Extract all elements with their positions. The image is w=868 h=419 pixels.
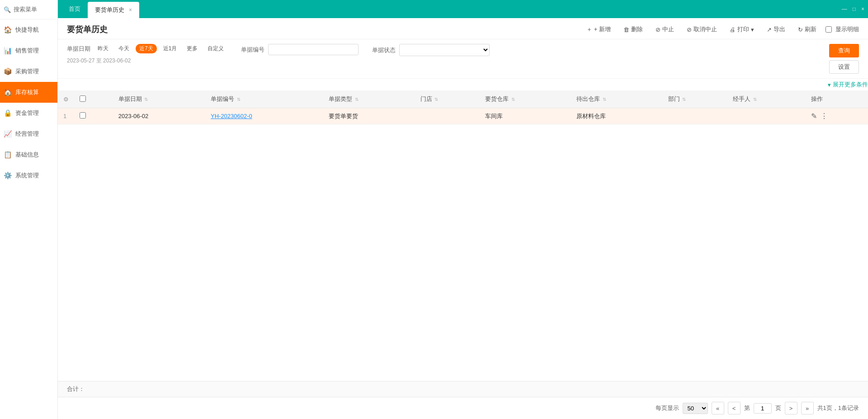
- tab-home[interactable]: 首页: [61, 0, 88, 18]
- tab-home-label: 首页: [69, 5, 80, 13]
- sidebar-item-operations[interactable]: 📈 经营管理: [0, 124, 57, 144]
- new-button[interactable]: ＋ + 新增: [583, 24, 614, 35]
- more-icon[interactable]: ⋮: [821, 112, 828, 120]
- operations-icon: 📈: [4, 130, 12, 138]
- delete-button[interactable]: 🗑 删除: [620, 24, 646, 35]
- last-page-button[interactable]: »: [801, 402, 814, 414]
- sidebar-search[interactable]: 🔍 搜索菜单: [0, 0, 57, 19]
- expand-button[interactable]: ▾ 展开更多条件: [828, 81, 868, 89]
- col-req-warehouse: 要货仓库 ⇅: [480, 90, 571, 108]
- page-input[interactable]: [754, 403, 772, 414]
- close-button[interactable]: ×: [861, 6, 864, 12]
- new-icon: ＋: [586, 25, 592, 33]
- col-settings[interactable]: ⚙: [58, 90, 74, 108]
- row-req-warehouse: 车间库: [480, 108, 571, 124]
- col-date: 单据日期 ⇅: [113, 90, 205, 108]
- inventory-icon: 🏠: [4, 88, 12, 96]
- col-store-label: 门店: [420, 95, 432, 102]
- doc-num-link[interactable]: YH-20230602-0: [211, 113, 252, 119]
- sort-req-warehouse-icon[interactable]: ⇅: [511, 97, 515, 102]
- status-select[interactable]: [399, 44, 490, 56]
- cancel-stop-label: 取消中止: [693, 25, 717, 33]
- sidebar-item-purchase[interactable]: 📦 采购管理: [0, 61, 57, 82]
- system-icon: ⚙️: [4, 171, 12, 180]
- sort-doc-type-icon[interactable]: ⇅: [355, 97, 359, 102]
- status-label: 单据状态: [372, 46, 396, 54]
- first-page-button[interactable]: «: [712, 402, 724, 414]
- minimize-button[interactable]: —: [842, 6, 847, 12]
- row-num: 1: [58, 108, 74, 124]
- col-handler: 经手人 ⇅: [727, 90, 806, 108]
- row-checkbox[interactable]: [80, 112, 86, 119]
- shortcut-1month[interactable]: 近1月: [160, 44, 181, 53]
- next-page-button[interactable]: >: [785, 402, 797, 414]
- export-icon: ↗: [767, 26, 772, 33]
- sort-handler-icon[interactable]: ⇅: [753, 97, 757, 102]
- row-doc-type: 要货单要货: [323, 108, 415, 124]
- refresh-label: 刷新: [805, 25, 816, 33]
- select-all-checkbox[interactable]: [80, 95, 86, 102]
- sidebar: 🔍 搜索菜单 🏠 快捷导航 📊 销售管理 📦 采购管理 🏠 库存核算 🔒 资金管…: [0, 0, 58, 419]
- shortcut-yesterday[interactable]: 昨天: [94, 44, 112, 53]
- shortcut-7days[interactable]: 近7天: [136, 44, 157, 53]
- shortcut-more[interactable]: 更多: [183, 44, 201, 53]
- print-button[interactable]: 🖨 打印 ▾: [726, 24, 758, 35]
- table-header-row: ⚙ 单据日期 ⇅ 单据编号 ⇅ 单据类型: [58, 90, 868, 108]
- prev-page-button[interactable]: <: [728, 402, 741, 414]
- col-pending-warehouse: 待出仓库 ⇅: [571, 90, 662, 108]
- date-shortcuts: 昨天 今天 近7天 近1月 更多 自定义: [94, 44, 227, 53]
- export-label: 导出: [774, 25, 785, 33]
- per-page-select[interactable]: 50 10 20 100: [683, 403, 708, 414]
- sidebar-item-quick-nav[interactable]: 🏠 快捷导航: [0, 19, 57, 40]
- show-detail-toggle[interactable]: 显示明细: [826, 25, 859, 33]
- tab-current-label: 要货单历史: [95, 6, 124, 14]
- home-icon: 🏠: [4, 26, 12, 34]
- sort-store-icon[interactable]: ⇅: [434, 97, 438, 102]
- sidebar-item-label: 销售管理: [15, 47, 39, 55]
- sidebar-item-label: 资金管理: [15, 109, 39, 117]
- row-doc-num: YH-20230602-0: [205, 108, 323, 124]
- export-button[interactable]: ↗ 导出: [763, 24, 789, 35]
- delete-label: 删除: [631, 25, 643, 33]
- sales-icon: 📊: [4, 47, 12, 55]
- sidebar-item-system[interactable]: ⚙️ 系统管理: [0, 165, 57, 186]
- go-to-label: 第: [744, 404, 750, 412]
- table-container: ⚙ 单据日期 ⇅ 单据编号 ⇅ 单据类型: [58, 90, 868, 381]
- sidebar-item-finance[interactable]: 🔒 资金管理: [0, 103, 57, 124]
- doc-num-input[interactable]: [268, 44, 359, 55]
- status-filter-col: 单据状态: [372, 44, 490, 56]
- tab-close-icon[interactable]: ×: [129, 7, 132, 13]
- row-department: [663, 108, 728, 124]
- date-range-display: 2023-05-27 至 2023-06-02: [67, 57, 227, 65]
- shortcut-custom[interactable]: 自定义: [204, 44, 227, 53]
- cancel-stop-button[interactable]: ⊘ 取消中止: [683, 24, 721, 35]
- show-detail-checkbox[interactable]: [826, 26, 832, 33]
- sidebar-item-sales[interactable]: 📊 销售管理: [0, 40, 57, 61]
- sort-date-icon[interactable]: ⇅: [144, 97, 148, 102]
- refresh-button[interactable]: ↻ 刷新: [794, 24, 820, 35]
- page-label: 页: [775, 404, 781, 412]
- new-label: + 新增: [594, 25, 611, 33]
- sidebar-item-inventory[interactable]: 🏠 库存核算: [0, 82, 57, 103]
- shortcut-today[interactable]: 今天: [115, 44, 133, 53]
- sort-department-icon[interactable]: ⇅: [682, 97, 686, 102]
- edit-icon[interactable]: ✎: [811, 112, 817, 120]
- col-department-label: 部门: [668, 95, 680, 102]
- row-handler: [727, 108, 806, 124]
- filter-section: 单据日期 昨天 今天 近7天 近1月 更多 自定义 2023-05-27 至 2…: [58, 39, 868, 78]
- query-button[interactable]: 查询: [829, 44, 859, 57]
- date-filter-col: 单据日期 昨天 今天 近7天 近1月 更多 自定义 2023-05-27 至 2…: [67, 44, 227, 65]
- pagination: 每页显示 50 10 20 100 « < 第 页 > » 共1页，1条记录: [58, 397, 868, 419]
- row-ops: ✎ ⋮: [806, 108, 868, 124]
- stop-button[interactable]: ⊘ 中止: [652, 24, 678, 35]
- sort-pending-warehouse-icon[interactable]: ⇅: [603, 97, 606, 102]
- table-body: 1 2023-06-02 YH-20230602-0 要货单要货 车间库 原材料…: [58, 108, 868, 124]
- maximize-button[interactable]: □: [853, 6, 856, 12]
- date-filter-label: 单据日期: [67, 45, 90, 53]
- sidebar-item-label: 采购管理: [15, 67, 39, 76]
- sidebar-item-basic-info[interactable]: 📋 基础信息: [0, 144, 57, 165]
- sort-doc-num-icon[interactable]: ⇅: [237, 97, 241, 102]
- tab-current[interactable]: 要货单历史 ×: [88, 2, 139, 18]
- col-department: 部门 ⇅: [663, 90, 728, 108]
- settings-button[interactable]: 设置: [829, 60, 859, 74]
